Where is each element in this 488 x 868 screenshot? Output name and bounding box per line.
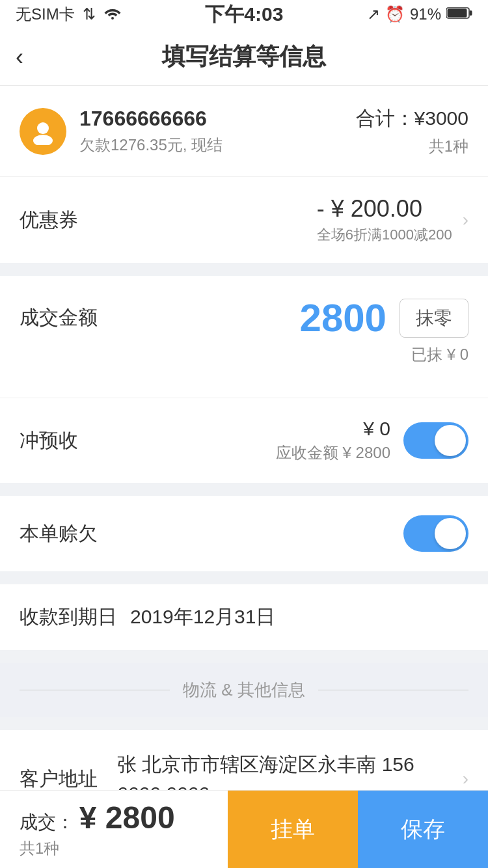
deal-amount-row: 成交金额 2800 抹零 已抹 ¥ 0 — [0, 276, 488, 385]
deal-section: 成交金额 2800 抹零 已抹 ¥ 0 冲预收 ¥ 0 应收金额 ¥ 2800 — [0, 276, 488, 483]
address-chevron-icon: › — [463, 768, 468, 789]
customer-total: 合计：¥3000 共1种 — [356, 105, 468, 157]
save-button[interactable]: 保存 — [358, 791, 488, 868]
wifi-icon: ⇅ — [83, 5, 96, 23]
svg-rect-2 — [469, 10, 472, 16]
deal-sub: 已抹 ¥ 0 — [20, 344, 468, 365]
deal-right: 2800 抹零 — [300, 295, 468, 340]
bottom-deal-line: 成交： ¥ 2800 — [20, 800, 208, 835]
toggle-knob — [435, 425, 466, 456]
bottom-summary: 成交： ¥ 2800 共1种 — [0, 800, 228, 859]
back-button[interactable]: ‹ — [16, 44, 23, 71]
precollect-amount: ¥ 0 — [276, 418, 390, 440]
total-amount: 合计：¥3000 — [356, 105, 468, 132]
location-icon: ↗ — [367, 5, 380, 23]
status-time: 下午4:03 — [205, 1, 283, 28]
due-date-label: 收款到期日 — [20, 604, 117, 631]
coupon-label: 优惠券 — [20, 207, 78, 234]
chevron-right-icon: › — [463, 210, 468, 230]
credit-toggle[interactable] — [403, 515, 468, 552]
credit-row: 本单赊欠 — [20, 515, 468, 552]
precollect-sub: 应收金额 ¥ 2800 — [276, 442, 390, 463]
svg-point-4 — [37, 122, 49, 134]
precollect-amount-block: ¥ 0 应收金额 ¥ 2800 — [276, 418, 390, 463]
nav-bar: ‹ 填写结算等信息 — [0, 29, 488, 86]
bottom-actions: 挂单 保存 — [228, 791, 488, 868]
coupon-right: - ¥ 200.00 全场6折满1000减200 › — [317, 195, 468, 245]
customer-left: 17666666666 欠款1276.35元, 现结 — [20, 107, 223, 156]
nav-title: 填写结算等信息 — [162, 41, 326, 73]
due-date-value: 2019年12月31日 — [130, 604, 275, 631]
credit-label: 本单赊欠 — [20, 521, 98, 547]
status-left: 无SIM卡 ⇅ — [16, 4, 122, 25]
credit-section: 本单赊欠 — [0, 496, 488, 571]
deal-row: 成交金额 2800 抹零 — [20, 295, 468, 340]
status-right: ↗ ⏰ 91% — [367, 5, 472, 23]
avatar — [20, 108, 66, 155]
status-bar: 无SIM卡 ⇅ 下午4:03 ↗ ⏰ 91% — [0, 0, 488, 29]
bottom-amount: ¥ 2800 — [79, 800, 175, 835]
deal-amount: 2800 — [300, 295, 386, 340]
precollect-right: ¥ 0 应收金额 ¥ 2800 — [276, 418, 468, 463]
precollect-label: 冲预收 — [20, 427, 78, 454]
due-date-section: 收款到期日 2019年12月31日 — [0, 584, 488, 650]
precollect-row: 冲预收 ¥ 0 应收金额 ¥ 2800 — [20, 418, 468, 463]
customer-phone: 17666666666 — [79, 107, 223, 131]
customer-info: 17666666666 欠款1276.35元, 现结 — [79, 107, 223, 156]
round-button[interactable]: 抹零 — [400, 299, 468, 338]
carrier-text: 无SIM卡 — [16, 4, 75, 25]
precollect-section: 冲预收 ¥ 0 应收金额 ¥ 2800 — [0, 398, 488, 483]
coupon-detail: 全场6折满1000减200 — [317, 225, 452, 245]
deal-label: 成交金额 — [20, 305, 98, 331]
bottom-count: 共1种 — [20, 838, 208, 859]
svg-point-5 — [33, 135, 53, 145]
customer-debt: 欠款1276.35元, 现结 — [79, 135, 223, 156]
address-label: 客户地址 — [20, 766, 98, 793]
coupon-discount: - ¥ 200.00 — [317, 195, 452, 223]
customer-section: 17666666666 欠款1276.35元, 现结 合计：¥3000 共1种 … — [0, 86, 488, 263]
wifi-signal — [103, 5, 122, 23]
precollect-toggle[interactable] — [403, 422, 468, 459]
svg-point-0 — [111, 17, 114, 20]
bottom-bar: 成交： ¥ 2800 共1种 挂单 保存 — [0, 790, 488, 868]
divider-text: 物流 & 其他信息 — [183, 679, 305, 701]
credit-toggle-knob — [435, 518, 466, 549]
divider-section: 物流 & 其他信息 — [0, 663, 488, 717]
total-count: 共1种 — [356, 136, 468, 157]
due-row: 收款到期日 2019年12月31日 — [20, 604, 468, 631]
alarm-icon: ⏰ — [385, 5, 405, 23]
battery-text: 91% — [410, 5, 441, 23]
divider-line-left — [20, 690, 170, 690]
customer-row: 17666666666 欠款1276.35元, 现结 合计：¥3000 共1种 — [0, 86, 488, 176]
battery-icon — [446, 5, 472, 23]
hang-button[interactable]: 挂单 — [228, 791, 358, 868]
divider-line-right — [318, 690, 468, 690]
svg-rect-3 — [447, 9, 467, 18]
coupon-row[interactable]: 优惠券 - ¥ 200.00 全场6折满1000减200 › — [0, 176, 488, 263]
bottom-deal-label: 成交： — [20, 812, 74, 832]
